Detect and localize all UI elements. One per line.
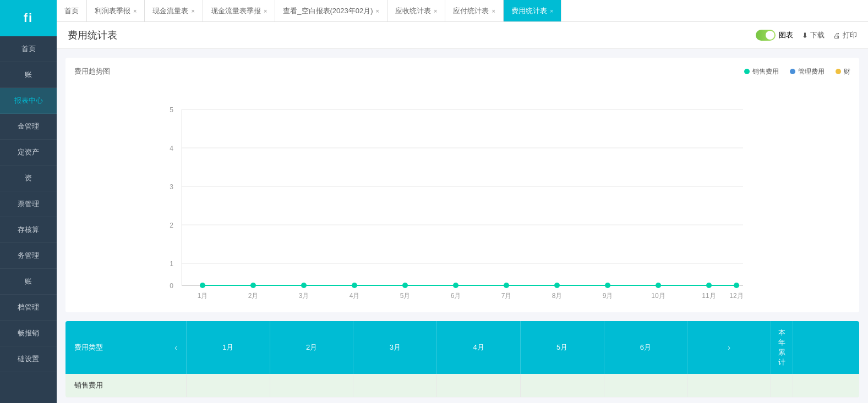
td-apr — [437, 374, 521, 397]
sidebar-item-business[interactable]: 务管理 — [0, 243, 57, 269]
sidebar-item-inventory[interactable]: 存核算 — [0, 217, 57, 243]
legend-sales-label: 销售费用 — [752, 67, 779, 76]
tab-cashflow[interactable]: 现金流量表 × — [145, 0, 203, 21]
th-next-arrow-cell[interactable]: › — [687, 321, 771, 374]
th-ytd: 本年累计 — [771, 321, 793, 374]
svg-point-31 — [504, 283, 509, 288]
svg-text:9月: 9月 — [603, 292, 613, 300]
svg-point-28 — [352, 283, 357, 288]
chart-toggle-label: 图表 — [779, 30, 793, 40]
svg-point-33 — [605, 283, 610, 288]
tab-cashflow-label: 现金流量表 — [152, 6, 188, 16]
sidebar-item-report[interactable]: 报表中心 — [0, 88, 57, 114]
svg-text:2月: 2月 — [248, 292, 259, 300]
tab-blank-label: 查看_空白报表(2023年02月) — [283, 6, 373, 16]
chart-header: 费用趋势图 销售费用 管理费用 财 — [74, 67, 850, 76]
sidebar-item-assets[interactable]: 定资产 — [0, 140, 57, 165]
legend-admin-label: 管理费用 — [798, 67, 825, 76]
page-header: 费用统计表 图表 ⬇ 下载 🖨 打印 — [57, 22, 868, 49]
th-jun: 6月 — [604, 321, 688, 374]
next-arrow[interactable]: › — [728, 343, 730, 352]
sidebar-item-account[interactable]: 账 — [0, 62, 57, 88]
main-panel: 首页 利润表季报 × 现金流量表 × 现金流量表季报 × 查看_空白报表(202… — [57, 0, 868, 403]
sidebar: fi 首页 账 报表中心 金管理 定资产 资 票管理 存核算 务管理 账 档管理… — [0, 0, 57, 403]
download-button[interactable]: ⬇ 下载 — [802, 30, 825, 40]
svg-point-27 — [301, 283, 307, 288]
svg-text:0: 0 — [170, 282, 173, 290]
table-row: 销售费用 — [65, 374, 859, 398]
print-button[interactable]: 🖨 打印 — [833, 30, 857, 40]
sidebar-item-ledger[interactable]: 账 — [0, 269, 57, 295]
td-arrow-spacer — [687, 374, 771, 397]
svg-text:7月: 7月 — [501, 292, 512, 300]
svg-point-25 — [200, 283, 205, 288]
tab-cashflow-close[interactable]: × — [191, 8, 194, 14]
tab-blank[interactable]: 查看_空白报表(2023年02月) × — [275, 0, 387, 21]
legend-finance: 财 — [836, 67, 850, 76]
legend-admin-dot — [790, 69, 795, 74]
tab-expense-stat[interactable]: 费用统计表 × — [504, 0, 561, 21]
page-title: 费用统计表 — [68, 29, 117, 42]
chart-toggle[interactable] — [756, 30, 776, 41]
sidebar-item-archive[interactable]: 档管理 — [0, 295, 57, 321]
th-jan: 1月 — [187, 321, 270, 374]
td-jun — [604, 374, 688, 397]
header-actions: 图表 ⬇ 下载 🖨 打印 — [756, 30, 857, 41]
svg-text:1月: 1月 — [198, 292, 208, 300]
tab-home[interactable]: 首页 — [57, 0, 87, 21]
th-type-label: 费用类型 — [74, 343, 103, 352]
tab-payable-close[interactable]: × — [492, 8, 495, 14]
th-may: 5月 — [521, 321, 604, 374]
tab-profit-close[interactable]: × — [133, 8, 137, 14]
tab-bar: 首页 利润表季报 × 现金流量表 × 现金流量表季报 × 查看_空白报表(202… — [57, 0, 868, 22]
svg-point-34 — [656, 283, 661, 288]
svg-point-36 — [734, 283, 739, 288]
tab-receivable[interactable]: 应收统计表 × — [387, 0, 445, 21]
svg-text:12月: 12月 — [729, 292, 743, 300]
tab-receivable-close[interactable]: × — [434, 8, 437, 14]
content-area: 费用趋势图 销售费用 管理费用 财 — [57, 49, 868, 403]
svg-text:3: 3 — [170, 183, 173, 191]
svg-text:1: 1 — [170, 260, 173, 268]
svg-point-30 — [453, 283, 458, 288]
svg-text:4: 4 — [170, 145, 173, 152]
sidebar-item-resource[interactable]: 资 — [0, 165, 57, 191]
chart-svg-wrap: 5 4 3 2 1 0 1月 2月 — [74, 82, 850, 303]
td-mar — [353, 374, 437, 397]
tab-cashflow-q[interactable]: 现金流量表季报 × — [203, 0, 275, 21]
th-apr: 4月 — [437, 321, 521, 374]
download-icon: ⬇ — [802, 31, 808, 40]
tab-cashflow-q-close[interactable]: × — [264, 8, 267, 14]
th-feb: 2月 — [270, 321, 354, 374]
legend-admin: 管理费用 — [790, 67, 825, 76]
tab-payable[interactable]: 应付统计表 × — [445, 0, 503, 21]
table-header-row: 费用类型 ‹ 1月 2月 3月 4月 5月 6月 › 本年累计 — [65, 321, 859, 374]
svg-text:3月: 3月 — [299, 292, 309, 300]
svg-text:2: 2 — [170, 222, 173, 229]
prev-arrow[interactable]: ‹ — [174, 343, 177, 352]
sidebar-item-finance[interactable]: 金管理 — [0, 114, 57, 140]
legend-sales: 销售费用 — [744, 67, 779, 76]
sidebar-item-expense[interactable]: 畅报销 — [0, 321, 57, 346]
svg-text:8月: 8月 — [552, 292, 563, 300]
chart-card: 费用趋势图 销售费用 管理费用 财 — [65, 58, 859, 312]
tab-profit[interactable]: 利润表季报 × — [87, 0, 145, 21]
td-feb — [270, 374, 354, 397]
tab-payable-label: 应付统计表 — [453, 6, 489, 16]
svg-point-29 — [402, 283, 408, 288]
svg-text:11月: 11月 — [702, 292, 716, 300]
tab-blank-close[interactable]: × — [376, 8, 379, 14]
tab-profit-label: 利润表季报 — [95, 6, 130, 16]
print-label: 打印 — [843, 30, 857, 40]
tab-expense-stat-close[interactable]: × — [550, 8, 553, 14]
sidebar-item-home[interactable]: 首页 — [0, 36, 57, 62]
legend-sales-dot — [744, 69, 750, 74]
table-section: 费用类型 ‹ 1月 2月 3月 4月 5月 6月 › 本年累计 销售费用 — [65, 321, 859, 398]
sidebar-item-invoice[interactable]: 票管理 — [0, 191, 57, 217]
sidebar-item-settings[interactable]: 础设置 — [0, 346, 57, 372]
svg-text:4月: 4月 — [350, 292, 360, 300]
download-label: 下载 — [810, 30, 825, 40]
svg-text:5月: 5月 — [400, 292, 411, 300]
chart-legend: 销售费用 管理费用 财 — [744, 67, 850, 76]
svg-point-26 — [250, 283, 256, 288]
